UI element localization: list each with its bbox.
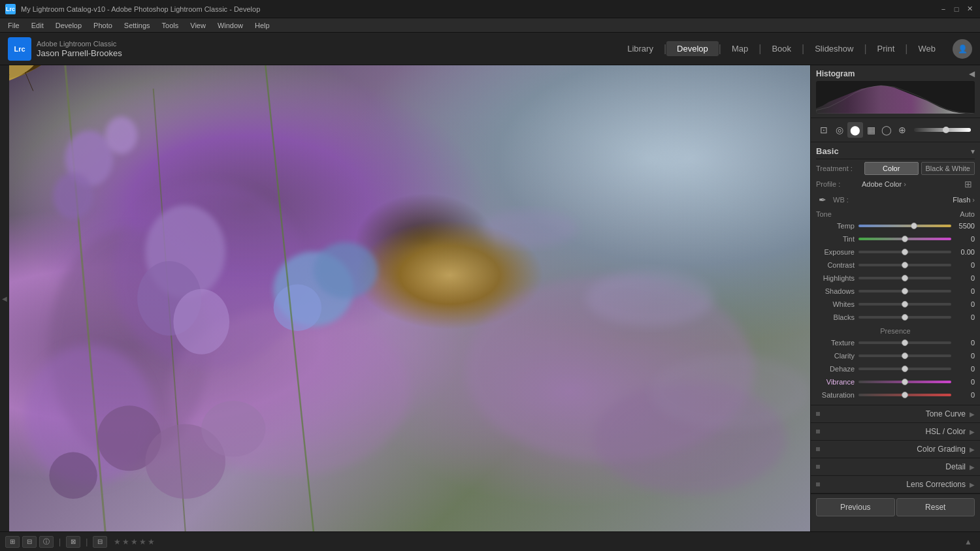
nav-develop[interactable]: Develop bbox=[666, 41, 719, 56]
close-button[interactable]: ✕ bbox=[964, 4, 975, 14]
slider-temp-label: Temp bbox=[816, 222, 858, 230]
menu-help[interactable]: Help bbox=[250, 20, 275, 31]
slider-blacks-thumb[interactable] bbox=[902, 314, 908, 321]
slider-clarity-track[interactable] bbox=[858, 354, 951, 357]
slider-dehaze-label: Dehaze bbox=[816, 365, 858, 373]
left-panel-toggle[interactable]: ◀ bbox=[0, 65, 9, 531]
nav-book[interactable]: Book bbox=[761, 41, 802, 56]
menu-develop[interactable]: Develop bbox=[50, 20, 87, 31]
app-icon: Lrc bbox=[5, 4, 16, 14]
titlebar-left: Lrc My Lightroom Catalog-v10 - Adobe Pho… bbox=[5, 4, 260, 14]
slider-whites-label: Whites bbox=[816, 300, 858, 308]
slider-tint-thumb[interactable] bbox=[902, 236, 908, 242]
filmstrip-compare-button[interactable]: ⊟ bbox=[22, 536, 37, 548]
user-avatar[interactable]: 👤 bbox=[953, 39, 972, 59]
filmstrip-info-button[interactable]: ⓘ bbox=[39, 536, 54, 548]
menu-edit[interactable]: Edit bbox=[26, 20, 49, 31]
slider-vibrance-thumb[interactable] bbox=[902, 379, 908, 385]
star-5[interactable]: ★ bbox=[148, 537, 155, 546]
star-4[interactable]: ★ bbox=[139, 537, 146, 546]
star-1[interactable]: ★ bbox=[114, 537, 121, 546]
expand-filmstrip-button[interactable]: ▲ bbox=[962, 535, 975, 548]
svg-point-36 bbox=[586, 270, 714, 326]
menu-photo[interactable]: Photo bbox=[88, 20, 118, 31]
tone-auto-button[interactable]: Auto bbox=[960, 210, 975, 218]
minimize-button[interactable]: − bbox=[938, 4, 949, 14]
menu-window[interactable]: Window bbox=[212, 20, 248, 31]
menu-tools[interactable]: Tools bbox=[157, 20, 184, 31]
slider-texture-thumb[interactable] bbox=[902, 339, 908, 346]
section-color-grading[interactable]: Color Grading ▶ bbox=[811, 441, 980, 458]
slider-temp-thumb[interactable] bbox=[911, 223, 917, 229]
nav-library[interactable]: Library bbox=[617, 41, 664, 56]
reset-button[interactable]: Reset bbox=[896, 498, 975, 516]
redeye-tool[interactable]: ⬤ bbox=[847, 122, 863, 138]
slider-dehaze-track[interactable] bbox=[858, 368, 951, 370]
menu-view[interactable]: View bbox=[185, 20, 211, 31]
nav-web[interactable]: Web bbox=[908, 41, 947, 56]
slider-shadows-track[interactable] bbox=[858, 290, 951, 292]
slider-temp-track[interactable] bbox=[858, 225, 951, 227]
slider-exposure-thumb[interactable] bbox=[902, 249, 908, 255]
filmstrip-flag-button[interactable]: ⊟ bbox=[93, 536, 107, 548]
slider-dehaze-thumb[interactable] bbox=[902, 366, 908, 372]
slider-exposure-track[interactable] bbox=[858, 251, 951, 253]
menu-settings[interactable]: Settings bbox=[119, 20, 155, 31]
slider-whites-track[interactable] bbox=[858, 303, 951, 306]
section-indicator bbox=[816, 447, 820, 451]
treatment-bw-button[interactable]: Black & White bbox=[921, 162, 975, 175]
section-hsl-color-label: HSL / Color bbox=[825, 427, 966, 436]
section-lens-corrections[interactable]: Lens Corrections ▶ bbox=[811, 476, 980, 494]
slider-clarity: Clarity 0 bbox=[816, 350, 975, 362]
crop-tool[interactable]: ⊡ bbox=[816, 122, 832, 138]
filmstrip-grid-button[interactable]: ⊞ bbox=[5, 536, 20, 548]
star-3[interactable]: ★ bbox=[131, 537, 138, 546]
slider-saturation-track[interactable] bbox=[858, 394, 951, 396]
radial-tool[interactable]: ◯ bbox=[879, 122, 894, 138]
slider-clarity-label: Clarity bbox=[816, 352, 858, 360]
basic-panel-collapse[interactable]: ▾ bbox=[971, 147, 975, 156]
slider-highlights-track[interactable] bbox=[858, 277, 951, 279]
adjust-tool[interactable]: ⊕ bbox=[894, 122, 910, 138]
profile-row: Profile : Adobe Color › ⊞ bbox=[816, 178, 975, 191]
section-lens-corrections-arrow: ▶ bbox=[970, 481, 975, 488]
slider-shadows-thumb[interactable] bbox=[902, 288, 908, 294]
menu-file[interactable]: File bbox=[3, 20, 25, 31]
nav-slideshow[interactable]: Slideshow bbox=[804, 41, 864, 56]
profile-grid-button[interactable]: ⊞ bbox=[962, 178, 975, 191]
nav-print[interactable]: Print bbox=[867, 41, 906, 56]
treatment-color-button[interactable]: Color bbox=[864, 162, 919, 175]
maximize-button[interactable]: □ bbox=[951, 4, 962, 14]
section-tone-curve[interactable]: Tone Curve ▶ bbox=[811, 405, 980, 423]
logo-app-name: Adobe Lightroom Classic bbox=[37, 39, 122, 48]
filmstrip-sort-button[interactable]: ⊠ bbox=[66, 536, 80, 548]
eyedropper-tool[interactable]: ✒ bbox=[816, 193, 829, 206]
heal-tool[interactable]: ◎ bbox=[832, 122, 847, 138]
tone-exposure-bar[interactable] bbox=[914, 128, 971, 132]
section-hsl-color[interactable]: HSL / Color ▶ bbox=[811, 423, 980, 441]
photo-image bbox=[9, 65, 810, 531]
section-tone-curve-label: Tone Curve bbox=[825, 409, 966, 418]
histogram-collapse-icon[interactable]: ◀ bbox=[969, 69, 975, 78]
star-2[interactable]: ★ bbox=[122, 537, 129, 546]
svg-point-11 bbox=[53, 172, 93, 219]
treatment-row: Treatment : Color Black & White bbox=[816, 162, 975, 175]
filter-tool[interactable]: ▦ bbox=[863, 122, 879, 138]
slider-contrast-track[interactable] bbox=[858, 264, 951, 266]
slider-whites-thumb[interactable] bbox=[902, 301, 908, 307]
slider-saturation-thumb[interactable] bbox=[902, 392, 908, 398]
slider-vibrance-track[interactable] bbox=[858, 381, 951, 383]
profile-label: Profile : bbox=[816, 180, 862, 188]
slider-clarity-thumb[interactable] bbox=[902, 353, 908, 359]
previous-button[interactable]: Previous bbox=[816, 498, 895, 516]
slider-whites: Whites 0 bbox=[816, 298, 975, 310]
section-detail[interactable]: Detail ▶ bbox=[811, 458, 980, 476]
slider-tint-track[interactable] bbox=[858, 238, 951, 240]
nav-map[interactable]: Map bbox=[721, 41, 759, 56]
slider-blacks-track[interactable] bbox=[858, 316, 951, 319]
slider-contrast-thumb[interactable] bbox=[902, 262, 908, 268]
slider-texture-track[interactable] bbox=[858, 341, 951, 344]
tone-exposure-thumb[interactable] bbox=[943, 127, 949, 133]
section-indicator bbox=[816, 482, 820, 486]
slider-highlights-thumb[interactable] bbox=[902, 275, 908, 281]
